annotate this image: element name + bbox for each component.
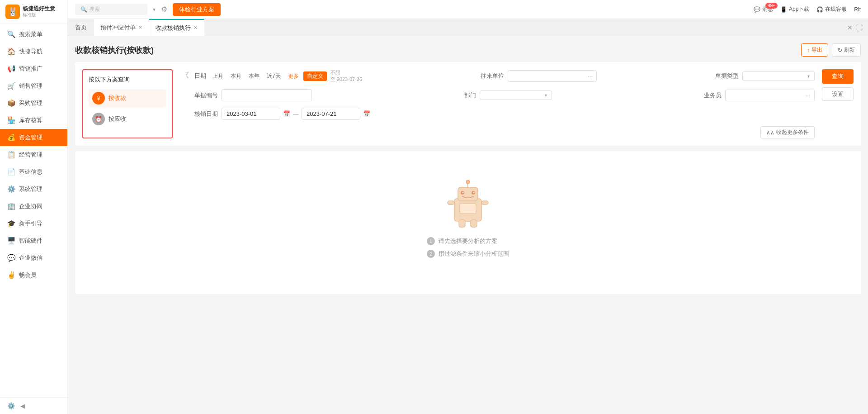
doc-no-input[interactable] [222, 89, 312, 101]
settings-bottom-icon[interactable]: ⚙️ [7, 402, 15, 409]
sidebar-item-enterprise[interactable]: 🏢 企业协同 [0, 198, 67, 215]
tab-expand-icon[interactable]: ⛶ [856, 24, 863, 31]
sidebar-item-sales[interactable]: 🛒 销售管理 [0, 77, 67, 95]
empty-illustration [445, 178, 491, 228]
svg-rect-11 [471, 220, 477, 227]
date-field: 日期 上月 本月 本年 近7天 更多 自定义 不限 至 2023-07-26 [194, 69, 362, 83]
staff-input-field[interactable] [729, 92, 805, 99]
logo-area: 🐰 畅捷通好生意 标准版 [0, 0, 67, 24]
date-to: 至 2023-07-26 [330, 76, 362, 83]
btn-last-month[interactable]: 上月 [210, 71, 226, 81]
tab-actions: ✕ ⛶ [847, 24, 868, 31]
doc-no-label: 单据编号 [194, 91, 218, 100]
hint-num-1: 1 [427, 237, 435, 245]
topbar-search-box[interactable]: 🔍 搜索 [75, 4, 147, 15]
topbar-search-text: 搜索 [89, 5, 100, 13]
filter-right-panel: 日期 上月 本月 本年 近7天 更多 自定义 不限 至 2023-07-26 [194, 69, 815, 138]
refresh-label: 刷新 [844, 46, 855, 54]
filter-option-by-receipt[interactable]: ¥ 按收款 [89, 89, 166, 107]
btn-this-month[interactable]: 本月 [228, 71, 244, 81]
svg-rect-12 [460, 204, 476, 214]
btn-7days[interactable]: 近7天 [264, 71, 283, 81]
app-icon: 📱 [780, 6, 787, 13]
page-actions: ↑ 导出 ↻ 刷新 [801, 43, 861, 57]
message-button[interactable]: 💬 消息 99+ [754, 5, 773, 13]
sidebar-item-finance[interactable]: 💰 资金管理 [0, 129, 67, 146]
topbar-gear-icon[interactable]: ⚙ [161, 5, 167, 14]
app-download-button[interactable]: 📱 App下载 [780, 5, 809, 13]
sidebar-item-label: 资金管理 [19, 133, 42, 142]
sidebar-item-operation[interactable]: 📋 经营管理 [0, 146, 67, 163]
settings-button[interactable]: 设置 [822, 87, 854, 101]
dept-select[interactable]: ▾ [480, 90, 552, 100]
refresh-icon: ↻ [838, 47, 842, 53]
topbar: 🔍 搜索 ▾ ⚙ 体验行业方案 💬 消息 99+ 📱 App下载 🎧 在线客服 … [68, 0, 868, 19]
collapse-more-button[interactable]: ∧∧ 收起更多条件 [760, 126, 815, 138]
sidebar-item-label: 系统管理 [19, 185, 42, 193]
collapse-left-btn[interactable]: 《 [182, 69, 189, 138]
tab-close-all-icon[interactable]: ✕ [847, 24, 853, 31]
sidebar-item-label: 快捷导航 [19, 48, 42, 56]
sidebar-item-label: 基础信息 [19, 168, 42, 176]
verify-date-start-input[interactable] [222, 108, 280, 120]
tab-receipt-verify-close[interactable]: ✕ [193, 25, 198, 31]
doc-type-select[interactable]: ▾ [742, 71, 815, 81]
doc-type-arrow: ▾ [807, 74, 810, 79]
refresh-button[interactable]: ↻ 刷新 [832, 43, 861, 57]
partner-label: 往来单位 [481, 72, 504, 80]
sidebar-item-beginner[interactable]: 🎓 新手引导 [0, 215, 67, 232]
query-button[interactable]: 查询 [822, 69, 854, 84]
date-no-limit: 不限 [330, 69, 362, 76]
enterprise-icon: 🏢 [7, 202, 15, 210]
industry-solution-button[interactable]: 体验行业方案 [173, 3, 221, 16]
sidebar-item-inventory[interactable]: 🏪 库存核算 [0, 112, 67, 129]
partner-input-field[interactable] [512, 73, 588, 80]
sidebar-item-wechat[interactable]: 💬 企业微信 [0, 249, 67, 266]
tab-prepay-close[interactable]: ✕ [138, 24, 142, 30]
filter-card: 按以下方案查询 ¥ 按收款 ⏰ 按应收 《 日期 [75, 62, 861, 146]
btn-this-year[interactable]: 本年 [246, 71, 262, 81]
doc-type-field: 单据类型 ▾ [715, 71, 815, 81]
filter-left-title: 按以下方案查询 [89, 76, 166, 84]
tab-prepay[interactable]: 预付冲应付单 ✕ [94, 19, 149, 36]
service-label: 在线客服 [825, 5, 847, 13]
logo-text: 畅捷通好生意 标准版 [23, 5, 55, 18]
filter-row-2: 单据编号 部门 ▾ 业务员 [194, 89, 815, 101]
dept-field: 部门 ▾ [464, 90, 552, 100]
marketing-icon: 📢 [7, 65, 15, 73]
partner-dots[interactable]: ··· [588, 72, 593, 80]
user-name[interactable]: Rit [854, 6, 861, 13]
sidebar-item-basic-info[interactable]: 📄 基础信息 [0, 163, 67, 181]
collapse-more-label: 收起更多条件 [776, 128, 809, 136]
page-content: 收款核销执行(按收款) ↑ 导出 ↻ 刷新 按以下方案查询 ¥ 按收款 [68, 36, 868, 414]
online-service-button[interactable]: 🎧 在线客服 [816, 5, 847, 13]
staff-input[interactable]: ··· [725, 90, 815, 101]
collapse-sidebar-icon[interactable]: ◀ [20, 402, 25, 409]
empty-hint-1: 1 请先选择要分析的方案 [427, 237, 509, 245]
sidebar-item-hardware[interactable]: 🖥️ 智能硬件 [0, 232, 67, 249]
filter-left-panel: 按以下方案查询 ¥ 按收款 ⏰ 按应收 [82, 69, 173, 138]
topbar-right: 💬 消息 99+ 📱 App下载 🎧 在线客服 Rit [754, 5, 861, 13]
verify-date-end-cal[interactable]: 📅 [363, 110, 370, 117]
sidebar-item-member[interactable]: ✌️ 畅会员 [0, 266, 67, 284]
sidebar-item-purchase[interactable]: 📦 采购管理 [0, 95, 67, 112]
filter-option-by-receivable[interactable]: ⏰ 按应收 [89, 110, 166, 128]
tab-receipt-verify[interactable]: 收款核销执行 ✕ [149, 19, 204, 36]
verify-date-field: 核销日期 📅 — 📅 [194, 108, 370, 120]
export-button[interactable]: ↑ 导出 [801, 43, 828, 57]
tab-home[interactable]: 首页 [68, 20, 94, 35]
partner-input[interactable]: ··· [508, 70, 597, 82]
custom-tag[interactable]: 自定义 [303, 71, 327, 81]
btn-more[interactable]: 更多 [285, 71, 302, 81]
sidebar-item-marketing[interactable]: 📢 营销推广 [0, 60, 67, 77]
finance-icon: 💰 [7, 133, 15, 142]
partner-field: 往来单位 ··· [481, 70, 597, 82]
sidebar-item-search[interactable]: 🔍 搜索菜单 [0, 26, 67, 43]
sidebar-item-system[interactable]: ⚙️ 系统管理 [0, 181, 67, 198]
staff-dots[interactable]: ··· [805, 92, 811, 99]
hint-text-1: 请先选择要分析的方案 [439, 237, 497, 245]
sidebar-item-quick-nav[interactable]: 🏠 快捷导航 [0, 43, 67, 60]
by-receipt-icon: ¥ [92, 92, 105, 105]
verify-date-start-cal[interactable]: 📅 [283, 110, 290, 117]
verify-date-end-input[interactable] [302, 108, 360, 120]
